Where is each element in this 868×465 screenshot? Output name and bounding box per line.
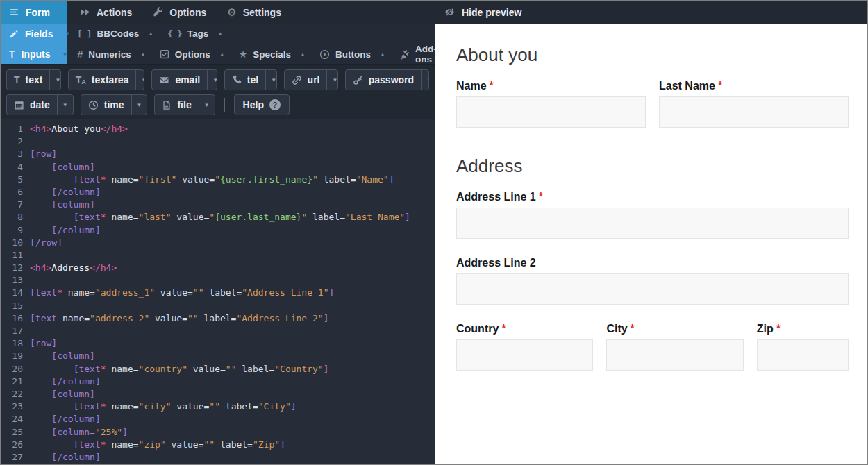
group-options[interactable]: Options▲: [153, 49, 232, 60]
menu-icon: [9, 7, 19, 17]
code-line: 16[text name="address_2" value="" label=…: [1, 312, 435, 325]
code-line: 14[text* name="address_1" value="" label…: [1, 287, 435, 299]
line-number: 19: [1, 350, 30, 362]
toolbar-divider: [224, 98, 225, 112]
line-number: 14: [1, 287, 30, 299]
field-button-date-caret[interactable]: ▼: [57, 95, 73, 115]
field-button-textarea-caret[interactable]: ▼: [135, 70, 144, 90]
line-number: 10: [1, 237, 30, 249]
tab-inputs[interactable]: T Inputs ▼: [1, 44, 67, 64]
code-editor[interactable]: 1<h4>About you</h4>23[row]4 [column]5 [t…: [1, 119, 435, 465]
preview-field-country: Country*: [456, 323, 593, 371]
caret-up-icon[interactable]: ▲: [148, 31, 153, 37]
input-address-line-1[interactable]: [456, 208, 849, 239]
field-button-file-main[interactable]: file: [155, 95, 198, 115]
group-buttons[interactable]: Buttons▲: [312, 49, 392, 60]
tab-form[interactable]: Form: [1, 1, 67, 24]
field-button-date-main[interactable]: date: [7, 95, 57, 115]
field-label: Last Name*: [659, 80, 849, 92]
code-line: 3[row]: [1, 148, 435, 160]
preview-section-address: AddressAddress Line 1*Address Line 2Coun…: [456, 155, 849, 371]
required-marker: *: [490, 80, 494, 92]
line-number: 12: [1, 262, 30, 274]
line-number: 24: [1, 413, 30, 425]
field-button-tel: tel▼: [224, 69, 277, 90]
pencil-icon: [9, 29, 19, 39]
menu-item-actions[interactable]: Actions: [69, 1, 142, 24]
field-button-url-main[interactable]: url: [285, 70, 327, 90]
field-button-file: file▼: [154, 94, 215, 115]
field-button-time: time▼: [81, 94, 148, 115]
group-bbcodes[interactable]: [ ]BBCodes▲: [70, 28, 160, 39]
required-marker: *: [539, 191, 543, 203]
preview-field-city: City*: [606, 323, 743, 371]
code-line: 10[/row]: [1, 237, 435, 249]
hide-preview-button[interactable]: Hide preview: [444, 1, 521, 24]
caret-up-icon[interactable]: ▲: [217, 31, 223, 37]
field-button-password-caret[interactable]: ▼: [421, 70, 429, 90]
field-button-date: date▼: [6, 94, 74, 115]
group-tags[interactable]: { }Tags▲: [160, 28, 230, 39]
field-button-row-2: date▼time▼file▼Help?: [6, 94, 429, 115]
preview-field-address-line-2: Address Line 2: [456, 257, 849, 305]
field-button-email-caret[interactable]: ▼: [207, 70, 217, 90]
code-line: 15: [1, 300, 435, 312]
input-address-line-2[interactable]: [456, 273, 849, 305]
text-cursor-icon: T: [9, 49, 15, 59]
menubar: Form ActionsOptions⚙Settings Hide previe…: [1, 1, 867, 24]
group-specials[interactable]: ★Specials▲: [232, 49, 312, 60]
code-line: 2: [1, 135, 435, 148]
input-name[interactable]: [456, 96, 646, 128]
hash-icon: #: [77, 49, 83, 60]
field-label: Address Line 1*: [456, 191, 849, 203]
field-button-tel-caret[interactable]: ▼: [265, 70, 276, 90]
field-button-email-main[interactable]: email: [152, 70, 207, 90]
date-icon: [14, 100, 24, 110]
menu-item-options[interactable]: Options: [142, 1, 217, 24]
preview-row: Name*Last Name*: [456, 80, 849, 128]
preview-row: Country*City*Zip*: [456, 323, 849, 371]
question-circle-icon: ?: [269, 99, 281, 110]
field-button-time-caret[interactable]: ▼: [131, 95, 147, 115]
input-zip[interactable]: [757, 339, 849, 371]
field-button-time-main[interactable]: time: [81, 95, 131, 115]
field-button-file-caret[interactable]: ▼: [199, 95, 215, 115]
input-city[interactable]: [606, 339, 743, 371]
field-label: Address Line 2: [456, 257, 849, 269]
line-number: 2: [1, 135, 30, 148]
line-number: 16: [1, 312, 30, 325]
input-country[interactable]: [456, 339, 593, 371]
field-button-text-main[interactable]: Ttext: [7, 70, 49, 90]
caret-up-icon[interactable]: ▲: [380, 51, 385, 58]
line-number: 22: [1, 388, 30, 400]
field-button-password: password▼: [345, 69, 429, 90]
group-numerics[interactable]: #Numerics▲: [70, 49, 153, 60]
preview-field-name: Name*: [456, 80, 646, 128]
field-button-row-1: Ttext▼TAtextarea▼email▼tel▼url▼password▼: [6, 69, 429, 90]
field-button-tel-main[interactable]: tel: [225, 70, 265, 90]
textarea-icon: TA: [76, 75, 86, 85]
text-icon: T: [14, 75, 20, 85]
help-button[interactable]: Help?: [234, 94, 290, 115]
menu-item-settings[interactable]: ⚙Settings: [217, 1, 292, 24]
plug-icon: [399, 49, 410, 60]
field-button-password-main[interactable]: password: [346, 70, 421, 90]
required-marker: *: [718, 80, 722, 92]
code-line: 7 [column]: [1, 198, 435, 211]
caret-up-icon[interactable]: ▲: [300, 51, 306, 58]
field-button-toolbar: Ttext▼TAtextarea▼email▼tel▼url▼password▼…: [1, 65, 435, 119]
field-button-textarea-main[interactable]: TAtextarea: [69, 70, 136, 90]
input-last-name[interactable]: [659, 96, 849, 128]
caret-up-icon[interactable]: ▲: [219, 51, 225, 58]
line-number: 6: [1, 186, 30, 198]
caret-up-icon[interactable]: ▲: [140, 51, 146, 58]
field-button-url: url▼: [284, 69, 338, 90]
checkbox-icon: [160, 49, 169, 59]
eye-slash-icon: [444, 7, 456, 17]
section-heading: About you: [456, 44, 849, 66]
field-button-text-caret[interactable]: ▼: [49, 70, 60, 90]
code-line: 20 [text* name="country" value="" label=…: [1, 363, 435, 375]
field-button-url-caret[interactable]: ▼: [326, 70, 337, 90]
fields-groups: [ ]BBCodes▲{ }Tags▲: [67, 24, 230, 44]
tab-fields[interactable]: Fields ▼: [1, 24, 67, 44]
